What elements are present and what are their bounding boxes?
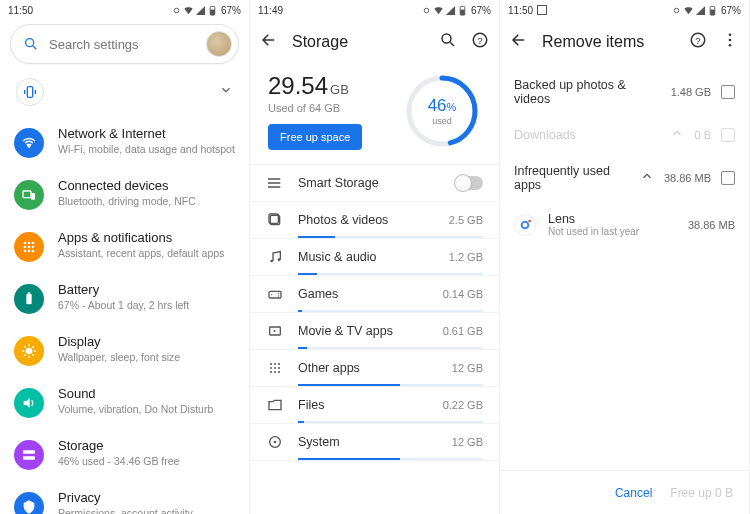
page-title: Remove items	[542, 33, 644, 51]
back-button[interactable]	[260, 31, 278, 53]
sound-icon	[14, 388, 44, 418]
svg-line-29	[450, 42, 454, 46]
storage-category[interactable]: Photos & videos2.5 GB	[250, 202, 499, 239]
cancel-button[interactable]: Cancel	[615, 486, 652, 500]
overflow-menu-button[interactable]	[721, 31, 739, 53]
svg-rect-41	[269, 291, 281, 298]
status-bar: 11:50 67%	[0, 0, 249, 20]
remove-items-screen: 11:50 67% Remove items ? Backed up photo…	[500, 0, 750, 514]
chevron-down-icon	[219, 83, 233, 101]
help-button[interactable]: ?	[471, 31, 489, 53]
location-status-icon	[671, 5, 682, 16]
storage-category[interactable]: System12 GB	[250, 424, 499, 461]
storage-category[interactable]: Music & audio1.2 GB	[250, 239, 499, 276]
app-row[interactable]: LensNot used in last year38.86 MB	[500, 202, 749, 247]
storage-header: Storage ?	[250, 20, 499, 64]
search-bar[interactable]: Search settings	[10, 24, 239, 64]
svg-point-3	[26, 39, 34, 47]
svg-point-18	[32, 250, 35, 253]
category-label: Other apps	[298, 361, 438, 375]
settings-item-sound[interactable]: SoundVolume, vibration, Do Not Disturb	[0, 376, 249, 428]
svg-point-47	[270, 363, 272, 365]
back-button[interactable]	[510, 31, 528, 53]
svg-rect-5	[27, 87, 32, 98]
remove-row[interactable]: Backed up photos & videos1.48 GB	[500, 68, 749, 116]
svg-point-48	[274, 363, 276, 365]
category-size: 2.5 GB	[449, 214, 483, 226]
chevron-up-icon	[670, 126, 684, 144]
svg-point-35	[268, 182, 270, 184]
svg-rect-60	[710, 9, 715, 14]
svg-line-4	[33, 46, 36, 49]
settings-item-wifi[interactable]: Network & InternetWi-Fi, mobile, data us…	[0, 116, 249, 168]
svg-text:?: ?	[477, 35, 483, 46]
svg-point-66	[522, 221, 529, 228]
storage-category[interactable]: Files0.22 GB	[250, 387, 499, 424]
free-up-space-button[interactable]: Free up space	[268, 124, 362, 150]
svg-point-12	[32, 242, 35, 245]
confirm-button[interactable]: Free up 0 B	[670, 486, 733, 500]
svg-point-54	[274, 371, 276, 373]
storage-category[interactable]: Movie & TV apps0.61 GB	[250, 313, 499, 350]
svg-point-0	[174, 8, 179, 13]
app-name: Lens	[548, 212, 676, 226]
svg-rect-8	[23, 191, 31, 198]
svg-point-13	[24, 246, 27, 249]
settings-list[interactable]: Network & InternetWi-Fi, mobile, data us…	[0, 116, 249, 514]
svg-point-63	[729, 33, 732, 36]
item-subtitle: Assistant, recent apps, default apps	[58, 247, 235, 261]
settings-item-privacy[interactable]: PrivacyPermissions, account activity, pe…	[0, 480, 249, 514]
settings-item-battery[interactable]: Battery67% - About 1 day, 2 hrs left	[0, 272, 249, 324]
category-label: Games	[298, 287, 429, 301]
signal-status-icon	[195, 5, 206, 16]
signal-status-icon	[695, 5, 706, 16]
item-subtitle: 46% used - 34.46 GB free	[58, 455, 235, 469]
row-size: 38.86 MB	[664, 172, 711, 184]
used-amount: 29.54GB	[268, 72, 387, 100]
battery-status-icon	[207, 5, 218, 16]
suggestion-row[interactable]	[0, 72, 249, 116]
svg-rect-27	[460, 9, 465, 14]
settings-item-storage[interactable]: Storage46% used - 34.46 GB free	[0, 428, 249, 480]
settings-item-devices[interactable]: Connected devicesBluetooth, driving mode…	[0, 168, 249, 220]
settings-item-display[interactable]: DisplayWallpaper, sleep, font size	[0, 324, 249, 376]
wifi-status-icon	[683, 5, 694, 16]
smart-storage-toggle[interactable]	[455, 176, 483, 190]
remove-row: Downloads0 B	[500, 116, 749, 154]
search-button[interactable]	[439, 31, 457, 53]
category-list: Smart StoragePhotos & videos2.5 GBMusic …	[250, 165, 499, 514]
svg-point-15	[32, 246, 35, 249]
remove-row[interactable]: Infrequently used apps38.86 MB	[500, 154, 749, 202]
item-subtitle: Permissions, account activity, personal …	[58, 507, 235, 514]
category-icon	[266, 397, 284, 413]
storage-summary: 29.54GB Used of 64 GB Free up space 46%u…	[250, 64, 499, 164]
apps-icon	[14, 232, 44, 262]
item-title: Battery	[58, 282, 235, 297]
item-title: Privacy	[58, 490, 235, 505]
svg-text:?: ?	[695, 35, 701, 46]
row-label: Infrequently used apps	[514, 164, 630, 192]
storage-category[interactable]: Games0.14 GB	[250, 276, 499, 313]
category-size: 0.14 GB	[443, 288, 483, 300]
account-avatar[interactable]	[206, 31, 232, 57]
category-icon	[266, 360, 284, 376]
storage-icon	[14, 440, 44, 470]
storage-ring: 46%used	[403, 72, 481, 150]
settings-item-apps[interactable]: Apps & notificationsAssistant, recent ap…	[0, 220, 249, 272]
status-bar: 11:49 67%	[250, 0, 499, 20]
row-label: Downloads	[514, 128, 660, 142]
row-checkbox[interactable]	[721, 171, 735, 185]
storage-category[interactable]: Smart Storage	[250, 165, 499, 202]
category-size: 0.22 GB	[443, 399, 483, 411]
app-size: 38.86 MB	[688, 219, 735, 231]
battery-status-icon	[457, 5, 468, 16]
help-button[interactable]: ?	[689, 31, 707, 53]
app-sub: Not used in last year	[548, 226, 676, 237]
svg-marker-46	[274, 330, 277, 333]
row-checkbox[interactable]	[721, 85, 735, 99]
storage-category[interactable]: Other apps12 GB	[250, 350, 499, 387]
svg-rect-19	[26, 294, 31, 305]
svg-rect-22	[23, 450, 35, 453]
signal-status-icon	[445, 5, 456, 16]
status-time: 11:50	[8, 5, 33, 16]
